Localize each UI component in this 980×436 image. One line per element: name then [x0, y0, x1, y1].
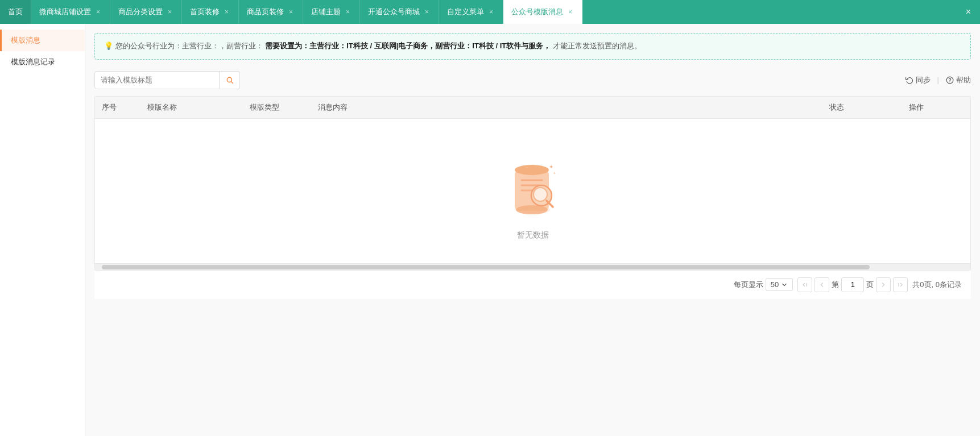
nav-tab-category-label: 商品分类设置 [118, 7, 163, 17]
th-name: 模版名称 [140, 97, 243, 118]
help-label: 帮助 [956, 75, 971, 85]
nav-tab-homepage-label: 首页装修 [190, 7, 220, 17]
sidebar-item-template-record-label: 模版消息记录 [11, 57, 55, 66]
nav-tab-template-label: 公众号模版消息 [511, 7, 563, 17]
notice-prefix: 您的公众号行业为：主营行业：，副营行业： [115, 41, 263, 50]
page-size-label: 每页显示 [734, 280, 763, 290]
notice-suffix: 才能正常发送预置的消息。 [553, 41, 642, 50]
th-status: 状态 [822, 97, 902, 118]
last-page-button[interactable] [893, 277, 908, 292]
notice-icon: 💡 [104, 41, 113, 50]
nav-tab-product-label: 商品页装修 [247, 7, 284, 17]
search-left [94, 71, 240, 89]
sidebar-item-template-record[interactable]: 模版消息记录 [0, 51, 85, 73]
top-nav: 首页 微商城店铺设置 × 商品分类设置 × 首页装修 × 商品页装修 × 店铺主… [0, 0, 980, 24]
empty-icon: ✦ ✦ [499, 153, 567, 221]
nav-tab-product-close[interactable]: × [287, 7, 295, 17]
th-action: 操作 [902, 97, 970, 118]
nav-tab-homepage[interactable]: 首页装修 × [182, 0, 239, 24]
page-size-select-box[interactable]: 50 [766, 278, 793, 291]
nav-tab-category-close[interactable]: × [166, 7, 173, 17]
scrollbar-thumb[interactable] [102, 265, 870, 269]
pagination: 每页显示 50 [94, 271, 971, 299]
empty-text: 暂无数据 [517, 230, 549, 240]
sidebar-item-template-msg-label: 模版消息 [11, 36, 40, 44]
nav-tab-template[interactable]: 公众号模版消息 × [503, 0, 582, 24]
sync-label: 同步 [916, 75, 931, 85]
nav-tab-wshop-close[interactable]: × [94, 7, 102, 17]
th-index: 序号 [95, 97, 140, 118]
empty-state: ✦ ✦ 暂无数据 [95, 119, 970, 263]
nav-tab-theme-close[interactable]: × [344, 7, 352, 17]
nav-tab-product[interactable]: 商品页装修 × [239, 0, 303, 24]
nav-tab-mall-label: 开通公众号商城 [368, 7, 420, 17]
nav-tab-theme[interactable]: 店铺主题 × [303, 0, 360, 24]
svg-point-7 [516, 205, 548, 214]
sync-button[interactable]: 同步 [905, 75, 931, 85]
first-page-icon [801, 281, 808, 288]
svg-text:✦: ✦ [549, 164, 553, 170]
sidebar-item-template-msg[interactable]: 模版消息 [0, 30, 85, 51]
chevron-down-icon [781, 281, 788, 288]
next-page-icon [880, 281, 887, 288]
table-container: 序号 模版名称 模版类型 消息内容 状态 操作 [94, 96, 971, 271]
nav-tab-mall-close[interactable]: × [423, 7, 431, 17]
nav-tab-homepage-close[interactable]: × [223, 7, 230, 17]
page-unit: 页 [866, 280, 874, 290]
search-icon [226, 76, 234, 84]
svg-point-6 [515, 165, 549, 175]
help-icon [946, 76, 954, 84]
page-input[interactable] [841, 277, 864, 292]
nav-tab-menu-label: 自定义菜单 [447, 7, 484, 17]
divider: | [937, 76, 939, 84]
scrollbar-area[interactable] [95, 263, 970, 270]
nav-tab-template-close[interactable]: × [567, 7, 574, 17]
page-label: 第 [832, 280, 839, 290]
main-layout: 模版消息 模版消息记录 💡 您的公众号行业为：主营行业：，副营行业： 需要设置为… [0, 24, 980, 436]
prev-page-button[interactable] [814, 277, 829, 292]
notice-text: 您的公众号行业为：主营行业：，副营行业： 需要设置为：主营行业：IT科技 / 互… [115, 41, 642, 50]
nav-tab-menu-close[interactable]: × [487, 7, 495, 17]
nav-tab-wshop[interactable]: 微商城店铺设置 × [31, 0, 110, 24]
help-button[interactable]: 帮助 [946, 75, 971, 85]
search-bar: 同步 | 帮助 [94, 71, 971, 89]
notice-box: 💡 您的公众号行业为：主营行业：，副营行业： 需要设置为：主营行业：IT科技 /… [94, 33, 971, 60]
page-navigation: 第 页 [797, 277, 908, 292]
total-info: 共0页, 0条记录 [912, 280, 962, 290]
notice-highlight: 需要设置为：主营行业：IT科技 / 互联网|电子商务，副营行业：IT科技 / I… [265, 41, 551, 50]
svg-point-12 [534, 188, 547, 201]
th-content: 消息内容 [311, 97, 822, 118]
search-right: 同步 | 帮助 [905, 75, 971, 85]
main-content: 💡 您的公众号行业为：主营行业：，副营行业： 需要设置为：主营行业：IT科技 /… [85, 24, 980, 436]
page-size-selector: 每页显示 50 [734, 278, 793, 291]
table-header: 序号 模版名称 模版类型 消息内容 状态 操作 [95, 97, 970, 119]
search-button[interactable] [220, 71, 240, 89]
first-page-button[interactable] [797, 277, 812, 292]
nav-tab-home-label: 首页 [8, 7, 23, 17]
search-input[interactable] [94, 71, 220, 89]
nav-tab-menu[interactable]: 自定义菜单 × [439, 0, 503, 24]
th-type: 模版类型 [243, 97, 311, 118]
nav-tab-theme-label: 店铺主题 [311, 7, 341, 17]
nav-tab-mall[interactable]: 开通公众号商城 × [360, 0, 439, 24]
page-size-value: 50 [771, 280, 779, 289]
prev-page-icon [818, 281, 825, 288]
nav-tab-category[interactable]: 商品分类设置 × [110, 0, 182, 24]
last-page-icon [897, 281, 904, 288]
next-page-button[interactable] [876, 277, 891, 292]
sync-icon [905, 76, 913, 84]
sidebar: 模版消息 模版消息记录 [0, 24, 85, 436]
nav-tab-home[interactable]: 首页 [0, 0, 31, 24]
global-close-button[interactable]: × [957, 0, 980, 24]
svg-text:✦: ✦ [553, 171, 556, 175]
svg-line-1 [231, 82, 233, 84]
nav-tab-wshop-label: 微商城店铺设置 [39, 7, 91, 17]
